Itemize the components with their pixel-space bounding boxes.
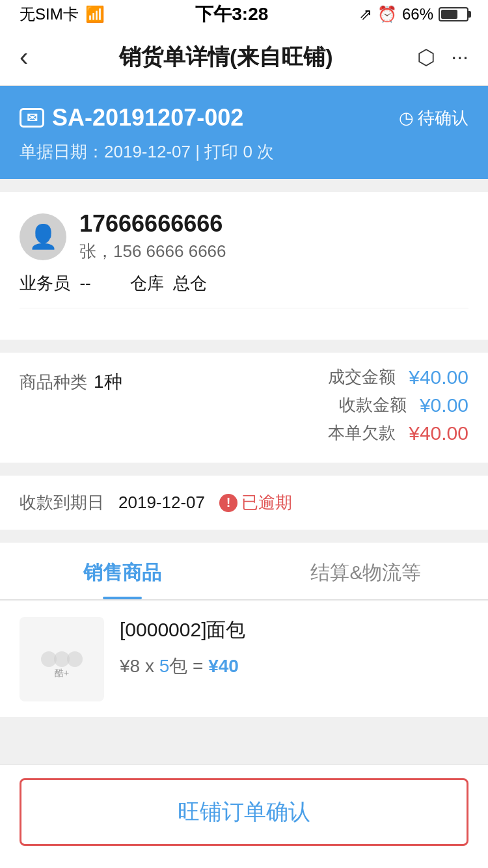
- battery-label: 66%: [402, 5, 433, 23]
- tab-sales-products-label: 销售商品: [83, 562, 161, 583]
- product-price: ¥8 x 5包 = ¥40: [120, 654, 468, 679]
- salesperson-value: --: [79, 273, 90, 293]
- status-right: ⇗ ⏰ 66%: [359, 5, 468, 23]
- customer-section: 👤 17666666666 张，156 6666 6666 业务员 -- 仓库 …: [0, 192, 488, 340]
- product-types-value: 1种: [94, 370, 122, 394]
- product-name-text: 面包: [206, 619, 245, 640]
- product-types-label: 商品种类: [20, 371, 87, 394]
- order-icon: ✉: [20, 108, 44, 128]
- order-id: ✉ SA-20191207-002: [20, 104, 243, 131]
- location-icon: ⇗: [359, 5, 372, 23]
- collection-value: ¥0.00: [420, 394, 468, 416]
- equals-sign: =: [193, 656, 208, 676]
- battery-icon: [439, 7, 468, 21]
- transaction-label: 成交金额: [328, 366, 396, 388]
- bottom-button-area: 旺铺订单确认: [0, 765, 488, 868]
- page-title: 销货单详情(来自旺铺): [119, 42, 333, 72]
- unit-value: 包: [169, 656, 187, 676]
- confirm-button[interactable]: 旺铺订单确认: [20, 778, 468, 846]
- product-code: [0000002]: [120, 619, 206, 640]
- due-label: 收款到期日: [20, 491, 104, 514]
- transaction-value: ¥40.00: [409, 366, 468, 388]
- divider: [20, 308, 468, 308]
- summary-right: 成交金额 ¥40.00 收款金额 ¥0.00 本单欠款 ¥40.00: [224, 366, 468, 444]
- salesperson-label: 业务员 --: [20, 272, 91, 295]
- svg-point-2: [67, 651, 83, 667]
- total-value: ¥40: [208, 656, 239, 676]
- status-text: 待确认: [418, 107, 468, 129]
- product-image: 酷+: [20, 617, 104, 701]
- product-name: [0000002]面包: [120, 617, 468, 644]
- due-section: 收款到期日 2019-12-07 ! 已逾期: [0, 476, 488, 530]
- status-left: 无SIM卡 📶: [20, 4, 105, 25]
- order-date: 单据日期：2019-12-07 | 打印 0 次: [20, 141, 468, 163]
- order-id-text: SA-20191207-002: [52, 104, 243, 131]
- nav-actions: ⬡ ···: [417, 45, 468, 70]
- tab-sales-products[interactable]: 销售商品: [0, 543, 244, 599]
- summary-section: 商品种类 1种 成交金额 ¥40.00 收款金额 ¥0.00 本单欠款 ¥40.…: [0, 353, 488, 463]
- order-status: ◷ 待确认: [399, 107, 468, 129]
- status-bar: 无SIM卡 📶 下午3:28 ⇗ ⏰ 66%: [0, 0, 488, 29]
- multiply-sign: x: [145, 656, 159, 676]
- overdue-badge: ! 已逾期: [219, 491, 292, 514]
- summary-left: 商品种类 1种: [20, 366, 224, 394]
- avatar-icon: 👤: [29, 223, 58, 251]
- product-item: 酷+ [0000002]面包 ¥8 x 5包 = ¥40: [20, 617, 468, 701]
- collection-label: 收款金额: [339, 394, 407, 416]
- customer-name: 张，156 6666 6666: [79, 240, 226, 263]
- owed-row: 本单欠款 ¥40.00: [328, 422, 468, 444]
- owed-label: 本单欠款: [328, 422, 396, 444]
- more-icon[interactable]: ···: [451, 45, 468, 69]
- tabs-section: 销售商品 结算&物流等: [0, 543, 488, 600]
- warehouse-value: 总仓: [173, 273, 207, 293]
- tab-settlement-label: 结算&物流等: [310, 562, 421, 583]
- share-icon[interactable]: ⬡: [417, 45, 435, 70]
- wifi-icon: 📶: [85, 5, 105, 23]
- customer-phone: 17666666666: [79, 210, 226, 237]
- warehouse-label: 仓库 总仓: [130, 272, 207, 295]
- price-value: ¥8: [120, 656, 140, 676]
- avatar: 👤: [20, 213, 66, 260]
- overdue-icon: !: [219, 494, 237, 512]
- quantity-value: 5: [159, 656, 170, 676]
- product-info: [0000002]面包 ¥8 x 5包 = ¥40: [120, 617, 468, 679]
- overdue-text: 已逾期: [241, 491, 292, 514]
- svg-text:酷+: 酷+: [55, 668, 69, 678]
- collection-row: 收款金额 ¥0.00: [339, 394, 468, 416]
- time-label: 下午3:28: [195, 2, 268, 27]
- clock-icon: ◷: [399, 108, 414, 128]
- order-header-top: ✉ SA-20191207-002 ◷ 待确认: [20, 104, 468, 131]
- tab-settlement[interactable]: 结算&物流等: [244, 543, 488, 599]
- back-button[interactable]: ‹: [20, 42, 34, 72]
- owed-value: ¥40.00: [409, 422, 468, 444]
- nav-bar: ‹ 销货单详情(来自旺铺) ⬡ ···: [0, 29, 488, 86]
- customer-top: 👤 17666666666 张，156 6666 6666: [20, 210, 468, 263]
- product-logo-svg: 酷+: [36, 640, 88, 679]
- due-date-value: 2019-12-07: [118, 493, 205, 513]
- transaction-row: 成交金额 ¥40.00: [328, 366, 468, 388]
- product-section: 酷+ [0000002]面包 ¥8 x 5包 = ¥40: [0, 601, 488, 717]
- customer-details: 17666666666 张，156 6666 6666: [79, 210, 226, 263]
- alarm-icon: ⏰: [377, 5, 397, 23]
- carrier-label: 无SIM卡: [20, 4, 79, 25]
- tabs-header: 销售商品 结算&物流等: [0, 543, 488, 600]
- customer-meta: 业务员 -- 仓库 总仓: [20, 272, 468, 295]
- battery-fill: [441, 10, 457, 19]
- order-header: ✉ SA-20191207-002 ◷ 待确认 单据日期：2019-12-07 …: [0, 86, 488, 179]
